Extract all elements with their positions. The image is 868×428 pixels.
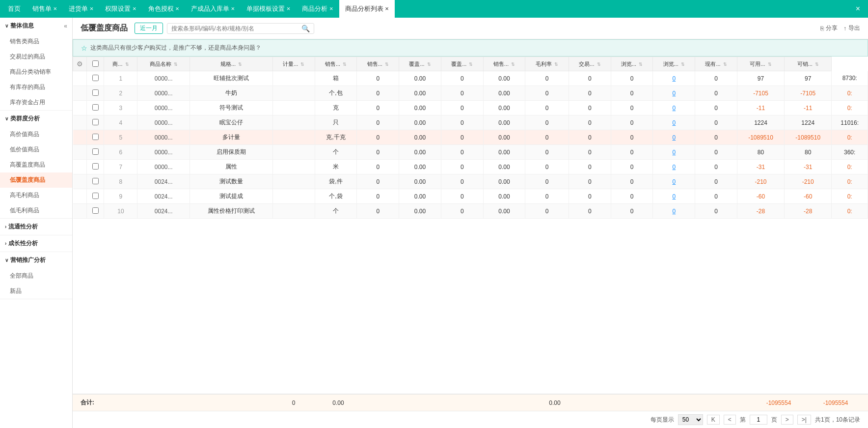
- row-checkbox[interactable]: [87, 145, 104, 160]
- row-select-checkbox[interactable]: [92, 104, 99, 111]
- row-view1[interactable]: 0: [653, 86, 695, 101]
- row-view1[interactable]: 0: [653, 101, 695, 115]
- row-checkbox[interactable]: [87, 86, 104, 101]
- section-arrow-5: ∨: [5, 257, 8, 263]
- row-select-checkbox[interactable]: [92, 134, 99, 140]
- sidebar-section-circulation: › 流通性分析: [0, 219, 72, 235]
- row-checkbox[interactable]: [87, 174, 104, 189]
- row-select-checkbox[interactable]: [92, 89, 99, 96]
- row-trade: 0: [611, 115, 653, 130]
- row-name: 符号测试: [190, 101, 272, 115]
- th-trade: 交易... ⇅: [569, 57, 611, 71]
- sidebar-item-stock-capital[interactable]: 库存资金占用: [0, 95, 72, 110]
- nav-product-in[interactable]: 产成品入库单 ×: [185, 0, 241, 18]
- row-checkbox[interactable]: [87, 204, 104, 219]
- sidebar-section-overall-header[interactable]: ∨ 整体信息 «: [0, 18, 72, 34]
- row-select-checkbox[interactable]: [92, 178, 99, 184]
- row-unit: 箱: [315, 71, 357, 86]
- row-checkbox[interactable]: [87, 101, 104, 115]
- first-page-btn[interactable]: K: [707, 415, 720, 425]
- next-page-btn[interactable]: >: [781, 415, 793, 425]
- nav-permission[interactable]: 权限设置 ×: [99, 0, 142, 18]
- sidebar-item-new-goods[interactable]: 新品: [0, 284, 72, 299]
- sidebar-section-growth-header[interactable]: › 成长性分析: [0, 235, 72, 252]
- window-close[interactable]: ×: [850, 4, 866, 13]
- row-sales-amt: 0.00: [399, 204, 441, 219]
- nav-sales[interactable]: 销售单 ×: [27, 0, 63, 18]
- table-row: 5 0000... 多计量 克,千克 0 0.00 0 0.00 0 0 0 0…: [73, 130, 868, 145]
- footer-current: -1095554: [754, 399, 803, 406]
- sidebar-section-cluster-header[interactable]: ∨ 类群度分析: [0, 111, 72, 127]
- row-view1[interactable]: 0: [653, 130, 695, 145]
- section-title-2: 类群度分析: [10, 114, 40, 123]
- row-view1[interactable]: 0: [653, 189, 695, 204]
- row-checkbox[interactable]: [87, 115, 104, 130]
- row-view1[interactable]: 0: [653, 204, 695, 219]
- last-page-btn[interactable]: >|: [797, 415, 811, 425]
- nav-role[interactable]: 角色授权 ×: [142, 0, 185, 18]
- sidebar-collapse-btn[interactable]: «: [64, 23, 67, 29]
- sidebar-item-sales-goods[interactable]: 销售类商品: [0, 34, 72, 49]
- row-current: -31: [737, 160, 784, 174]
- table-row: 6 0000... 启用保质期 个 0 0.00 0 0.00 0 0 0 0 …: [73, 145, 868, 160]
- share-btn[interactable]: ⎘ 分享: [820, 24, 838, 32]
- row-saleable: 0:: [832, 174, 868, 189]
- export-btn[interactable]: ↑ 导出: [843, 24, 860, 32]
- row-select-checkbox[interactable]: [92, 193, 99, 199]
- sidebar-section-circulation-header[interactable]: › 流通性分析: [0, 219, 72, 235]
- sidebar-item-in-stock[interactable]: 有库存的商品: [0, 80, 72, 95]
- row-select-checkbox[interactable]: [92, 119, 99, 125]
- prev-page-btn[interactable]: <: [724, 415, 736, 425]
- sidebar-item-high-profit[interactable]: 高毛利商品: [0, 188, 72, 203]
- footer-sales-qty: 0: [274, 399, 313, 406]
- row-available: -28: [785, 204, 832, 219]
- info-icon: ☆: [81, 44, 87, 52]
- sidebar-item-low-coverage[interactable]: 低覆盖度商品: [0, 172, 72, 188]
- nav-analysis-list[interactable]: 商品分析列表 ×: [339, 0, 395, 18]
- section-title-3: 流通性分析: [8, 223, 38, 231]
- select-all-checkbox[interactable]: [92, 60, 99, 67]
- sidebar-item-category-rate[interactable]: 商品分类动销率: [0, 64, 72, 80]
- row-view1[interactable]: 0: [653, 160, 695, 174]
- page-input[interactable]: [750, 415, 767, 425]
- column-settings-btn[interactable]: ⚙: [77, 60, 83, 68]
- search-input[interactable]: [171, 25, 301, 32]
- row-checkbox[interactable]: [87, 130, 104, 145]
- row-select-checkbox[interactable]: [92, 148, 99, 155]
- sidebar-section-marketing-header[interactable]: ∨ 营销推广分析: [0, 252, 72, 268]
- row-sales-amt: 0.00: [399, 101, 441, 115]
- sidebar-item-high-coverage[interactable]: 高覆盖度商品: [0, 157, 72, 172]
- row-view1[interactable]: 0: [653, 145, 695, 160]
- row-checkbox[interactable]: [87, 160, 104, 174]
- nav-purchase[interactable]: 进货单 ×: [63, 0, 99, 18]
- row-spec: [272, 130, 315, 145]
- sidebar-item-low-value[interactable]: 低价值商品: [0, 142, 72, 157]
- sidebar-item-all-goods[interactable]: 全部商品: [0, 268, 72, 284]
- search-icon[interactable]: 🔍: [301, 25, 310, 32]
- row-cover1: 0: [441, 189, 483, 204]
- page-prefix: 第: [740, 416, 746, 424]
- sidebar-item-high-value[interactable]: 高价值商品: [0, 127, 72, 142]
- row-view2: 0: [695, 101, 737, 115]
- th-saleable: 可销... ⇅: [785, 57, 832, 71]
- row-view1[interactable]: 0: [653, 115, 695, 130]
- sidebar-item-low-profit[interactable]: 低毛利商品: [0, 203, 72, 218]
- per-page-select[interactable]: 20 50 100 200: [678, 414, 703, 425]
- nav-template[interactable]: 单据模板设置 ×: [241, 0, 296, 18]
- row-sales-qty: 0: [357, 204, 399, 219]
- row-select-checkbox[interactable]: [92, 163, 99, 170]
- row-checkbox[interactable]: [87, 189, 104, 204]
- row-sales-amt: 0.00: [399, 86, 441, 101]
- row-view1[interactable]: 0: [653, 174, 695, 189]
- row-view1[interactable]: 0: [653, 71, 695, 86]
- row-select-checkbox[interactable]: [92, 207, 99, 214]
- sidebar-item-traded-goods[interactable]: 交易过的商品: [0, 49, 72, 64]
- th-spec: 规格... ⇅: [190, 57, 272, 71]
- row-select-checkbox[interactable]: [92, 75, 99, 81]
- nav-home[interactable]: 首页: [2, 0, 27, 18]
- filter-btn-month[interactable]: 近一月: [135, 23, 163, 34]
- row-gross-margin: 0: [569, 101, 611, 115]
- section-arrow-4: ›: [5, 241, 6, 246]
- nav-analysis[interactable]: 商品分析 ×: [296, 0, 339, 18]
- row-checkbox[interactable]: [87, 71, 104, 86]
